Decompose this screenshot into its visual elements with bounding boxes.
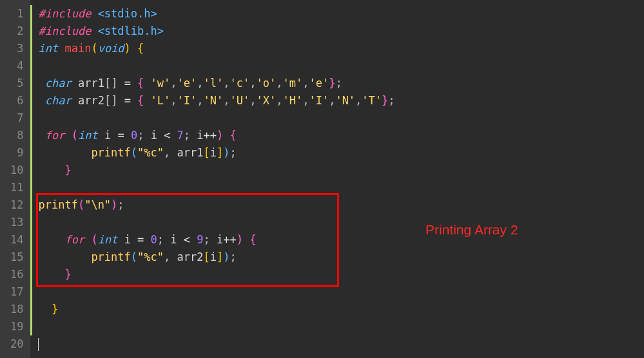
line-number: 18: [10, 301, 23, 318]
line-number: 11: [10, 179, 23, 196]
code-line[interactable]: }: [38, 162, 644, 179]
code-line[interactable]: #include <stdlib.h>: [38, 23, 644, 40]
line-number: 2: [10, 23, 23, 40]
code-line[interactable]: #include <stdio.h>: [38, 5, 644, 23]
code-line[interactable]: [38, 318, 644, 335]
line-number: 20: [10, 335, 23, 353]
code-line[interactable]: [38, 283, 644, 301]
line-number: 6: [10, 92, 23, 109]
line-number: 4: [10, 57, 23, 75]
line-number: 15: [10, 249, 23, 266]
code-line[interactable]: for (int i = 0; i < 9; i++) {: [38, 231, 644, 249]
code-editor: 1 2 3 4 5 6 7 8 9 10 11 12 13 14 15 16 1…: [0, 0, 644, 358]
code-line[interactable]: }: [38, 266, 644, 283]
line-number: 14: [10, 231, 23, 249]
code-content[interactable]: #include <stdio.h> #include <stdlib.h> i…: [30, 0, 644, 358]
line-number: 13: [10, 214, 23, 231]
line-number: 5: [10, 75, 23, 92]
line-number: 1: [10, 5, 23, 23]
line-number-gutter: 1 2 3 4 5 6 7 8 9 10 11 12 13 14 15 16 1…: [0, 0, 30, 358]
code-line[interactable]: [38, 57, 644, 75]
active-file-indicator: [30, 5, 32, 335]
code-line[interactable]: printf("%c", arr1[i]);: [38, 144, 644, 162]
code-line[interactable]: char arr1[] = { 'w','e','l','c','o','m',…: [38, 75, 644, 92]
code-line[interactable]: for (int i = 0; i < 7; i++) {: [38, 127, 644, 144]
code-line[interactable]: }: [38, 301, 644, 318]
text-cursor: [38, 338, 39, 351]
line-number: 9: [10, 144, 23, 162]
code-line[interactable]: [38, 109, 644, 127]
annotation-label: Printing Array 2: [425, 222, 518, 238]
code-line[interactable]: char arr2[] = { 'L','I','N','U','X','H',…: [38, 92, 644, 109]
code-line[interactable]: printf("%c", arr2[i]);: [38, 249, 644, 266]
line-number: 19: [10, 318, 23, 335]
line-number: 16: [10, 266, 23, 283]
code-line[interactable]: [38, 179, 644, 196]
code-line[interactable]: printf("\n");: [38, 196, 644, 214]
code-line[interactable]: [38, 335, 644, 353]
line-number: 10: [10, 162, 23, 179]
line-number: 17: [10, 283, 23, 301]
line-number: 12: [10, 196, 23, 214]
code-line[interactable]: [38, 214, 644, 231]
line-number: 8: [10, 127, 23, 144]
line-number: 3: [10, 40, 23, 57]
code-line[interactable]: int main(void) {: [38, 40, 644, 57]
line-number: 7: [10, 109, 23, 127]
